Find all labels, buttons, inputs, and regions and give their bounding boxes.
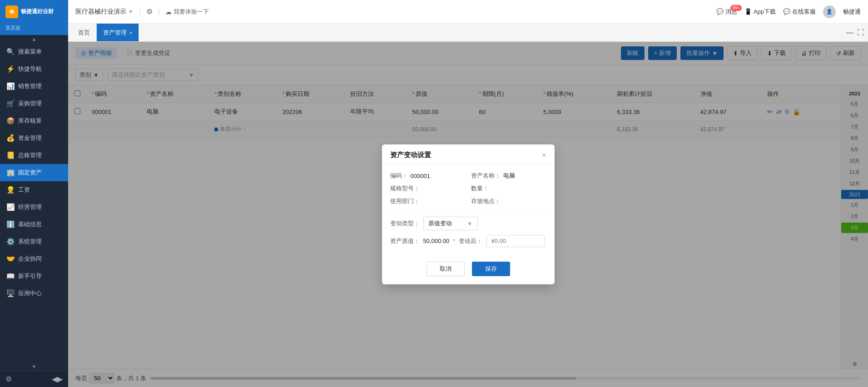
tab-home-label: 首页 [78, 29, 90, 37]
field-name: 资产名称： 电脑 [471, 172, 546, 180]
sidebar-item-guide[interactable]: 📖 新手引导 [0, 268, 68, 285]
separator: | [139, 8, 141, 16]
apps-icon: 🖥️ [6, 289, 15, 298]
sidebar-item-label: 总账管理 [18, 151, 42, 159]
sidebar-item-sales[interactable]: 📊 销售管理 [0, 78, 68, 95]
modal-header: 资产变动设置 × [382, 144, 555, 164]
field-code: 编码： 000001 [390, 172, 466, 180]
change-type-dropdown-icon: ▼ [467, 220, 473, 227]
modal-divider [390, 211, 546, 211]
app-edition: 普及版 [0, 24, 68, 35]
sidebar-item-operations[interactable]: 📈 经营管理 [0, 198, 68, 216]
cloud-icon: ☁ [165, 8, 172, 15]
sidebar-item-inventory[interactable]: 📦 库存核算 [0, 112, 68, 129]
sidebar-item-label: 企业协同 [18, 255, 42, 263]
change-type-row: 变动类型： 原值变动 ▼ [390, 217, 546, 230]
sidebar-item-basic-info[interactable]: ℹ️ 基础信息 [0, 216, 68, 233]
inventory-icon: 📦 [6, 117, 15, 125]
sidebar-item-label: 固定资产 [18, 169, 42, 177]
settings-icon[interactable]: ⚙ [5, 375, 12, 383]
modal-close-btn[interactable]: × [542, 151, 546, 159]
save-button[interactable]: 保存 [472, 262, 510, 276]
modal-row-2: 规格型号： 数量： [390, 184, 546, 193]
modal-row-1: 编码： 000001 资产名称： 电脑 [390, 172, 546, 180]
change-type-value: 原值变动 [428, 219, 452, 228]
asset-name-value: 电脑 [503, 172, 515, 180]
sidebar-item-quicknav[interactable]: ⚡ 快捷导航 [0, 60, 68, 78]
spec-label: 规格型号： [390, 184, 420, 193]
purchase-icon: 🛒 [6, 99, 15, 108]
sidebar-item-label: 销售管理 [18, 82, 42, 90]
quicknav-icon: ⚡ [6, 65, 15, 73]
messages-btn[interactable]: 💬 消息 99+ [716, 8, 737, 16]
asset-change-modal: 资产变动设置 × 编码： 000001 资产名称： 电脑 [382, 144, 555, 284]
cancel-button[interactable]: 取消 [427, 262, 465, 276]
topbar: 医疗器械行业演示 ▼ | ⚙ | ☁ 我要体验一下 💬 消息 99+ 📱 App… [68, 0, 868, 24]
sidebar-item-system[interactable]: ⚙️ 系统管理 [0, 233, 68, 250]
user-avatar[interactable]: 👤 [823, 5, 836, 18]
sidebar-item-salary[interactable]: 👷 工资 [0, 181, 68, 198]
app-download-btn[interactable]: 📱 App下载 [744, 8, 776, 16]
operations-icon: 📈 [6, 203, 15, 211]
change-type-label: 变动类型： [390, 219, 420, 228]
sidebar-item-ledger[interactable]: 📒 总账管理 [0, 147, 68, 164]
app-logo: 畅 [5, 5, 18, 18]
sidebar-nav: 🔍 搜索菜单 ⚡ 快捷导航 📊 销售管理 🛒 采购管理 📦 库存核算 💰 资金管… [0, 43, 68, 362]
sidebar-item-fixed-assets[interactable]: 🏢 固定资产 [0, 164, 68, 181]
sidebar-item-collab[interactable]: 🤝 企业协同 [0, 250, 68, 268]
username[interactable]: 畅捷通 [843, 8, 861, 16]
company-selector[interactable]: 医疗器械行业演示 ▼ [75, 8, 134, 16]
modal-row-3: 使用部门： 存放地点： [390, 197, 546, 205]
sidebar-item-search[interactable]: 🔍 搜索菜单 [0, 43, 68, 60]
topbar-right: 💬 消息 99+ 📱 App下载 💬 在线客服 👤 畅捷通 [716, 5, 861, 18]
sidebar-item-label: 基础信息 [18, 220, 42, 228]
fixed-assets-icon: 🏢 [6, 169, 15, 177]
sidebar-item-label: 新手引导 [18, 272, 42, 280]
after-change-input[interactable] [486, 235, 545, 247]
field-dept: 使用部门： [390, 197, 466, 205]
basic-info-icon: ℹ️ [6, 220, 15, 228]
online-service-label: 在线客服 [792, 8, 816, 16]
sidebar-item-label: 搜索菜单 [18, 48, 42, 56]
scroll-up-icon[interactable]: ▲ [32, 36, 37, 42]
messages-badge: 99+ [730, 5, 742, 11]
modal-overlay[interactable]: 资产变动设置 × 编码： 000001 资产名称： 电脑 [68, 42, 868, 387]
sidebar-item-finance[interactable]: 💰 资金管理 [0, 129, 68, 147]
after-change-label: 变动后： [459, 237, 482, 245]
app-name: 畅捷通好业财 [21, 8, 54, 15]
save-label: 保存 [485, 265, 497, 272]
modal-body: 编码： 000001 资产名称： 电脑 规格型号： [382, 164, 555, 256]
field-location: 存放地点： [471, 197, 546, 205]
tab-expand-icon[interactable]: ⛶ [857, 29, 864, 37]
asset-value-row: 资产原值： 50,000.00 * 变动后： [390, 235, 546, 247]
service-icon: 💬 [783, 8, 790, 15]
tab-asset-management[interactable]: 资产管理 × [97, 24, 139, 41]
sidebar-item-label: 库存核算 [18, 117, 42, 125]
collapse-icon[interactable]: ◀▶ [52, 375, 63, 383]
sidebar: 畅 畅捷通好业财 普及版 ▲ 🔍 搜索菜单 ⚡ 快捷导航 📊 销售管理 🛒 采购… [0, 0, 68, 387]
online-service-btn[interactable]: 💬 在线客服 [783, 8, 816, 16]
scroll-down-icon[interactable]: ▼ [32, 364, 37, 369]
dept-label: 使用部门： [390, 197, 420, 205]
code-label: 编码： [390, 172, 408, 180]
search-icon: 🔍 [6, 48, 15, 56]
tab-close-icon[interactable]: × [129, 30, 132, 35]
code-value: 000001 [411, 173, 430, 179]
tabs-actions: — ⛶ [846, 29, 864, 37]
required-indicator: * [453, 238, 455, 244]
field-quantity: 数量： [471, 184, 546, 193]
sidebar-item-apps[interactable]: 🖥️ 应用中心 [0, 285, 68, 302]
sidebar-item-label: 系统管理 [18, 238, 42, 246]
sidebar-item-purchase[interactable]: 🛒 采购管理 [0, 95, 68, 112]
experience-label: 我要体验一下 [174, 8, 209, 16]
settings-icon[interactable]: ⚙ [146, 7, 153, 16]
experience-btn[interactable]: ☁ 我要体验一下 [165, 8, 209, 16]
field-spec: 规格型号： [390, 184, 466, 193]
change-type-select[interactable]: 原值变动 ▼ [423, 217, 478, 230]
sidebar-item-label: 资金管理 [18, 134, 42, 142]
tab-minimize-icon[interactable]: — [846, 29, 853, 37]
location-label: 存放地点： [471, 197, 501, 205]
cancel-label: 取消 [440, 265, 451, 272]
sidebar-item-label: 快捷导航 [18, 65, 42, 73]
tab-home[interactable]: 首页 [72, 24, 97, 41]
